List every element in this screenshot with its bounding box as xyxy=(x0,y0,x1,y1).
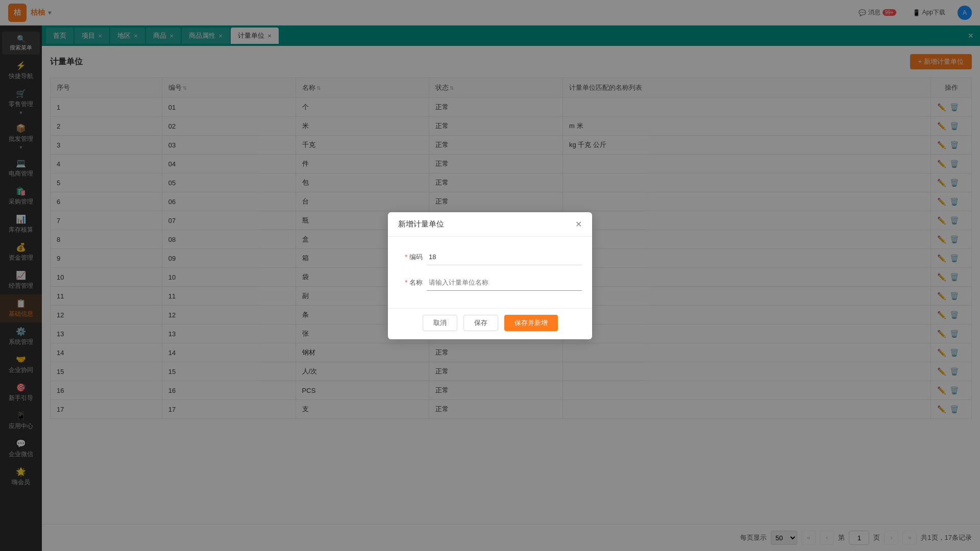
modal-overlay[interactable]: 新增计量单位 ✕ * 编码 * 名称 取消 保存 保存并新增 xyxy=(0,0,980,551)
name-required-star: * xyxy=(405,279,409,286)
add-unit-modal: 新增计量单位 ✕ * 编码 * 名称 取消 保存 保存并新增 xyxy=(388,212,592,339)
code-label: * 编码 xyxy=(398,253,423,262)
modal-title: 新增计量单位 xyxy=(398,219,444,229)
code-required-star: * xyxy=(405,253,409,261)
save-new-button[interactable]: 保存并新增 xyxy=(504,315,558,331)
code-input[interactable] xyxy=(427,249,582,265)
modal-body: * 编码 * 名称 xyxy=(388,237,592,308)
modal-footer: 取消 保存 保存并新增 xyxy=(388,308,592,339)
cancel-button[interactable]: 取消 xyxy=(423,315,457,331)
name-label: * 名称 xyxy=(398,278,423,287)
modal-header: 新增计量单位 ✕ xyxy=(388,212,592,237)
name-input[interactable] xyxy=(427,274,582,291)
save-button[interactable]: 保存 xyxy=(463,315,498,331)
modal-close-btn[interactable]: ✕ xyxy=(575,219,582,229)
form-row-name: * 名称 xyxy=(398,274,582,291)
form-row-code: * 编码 xyxy=(398,249,582,265)
